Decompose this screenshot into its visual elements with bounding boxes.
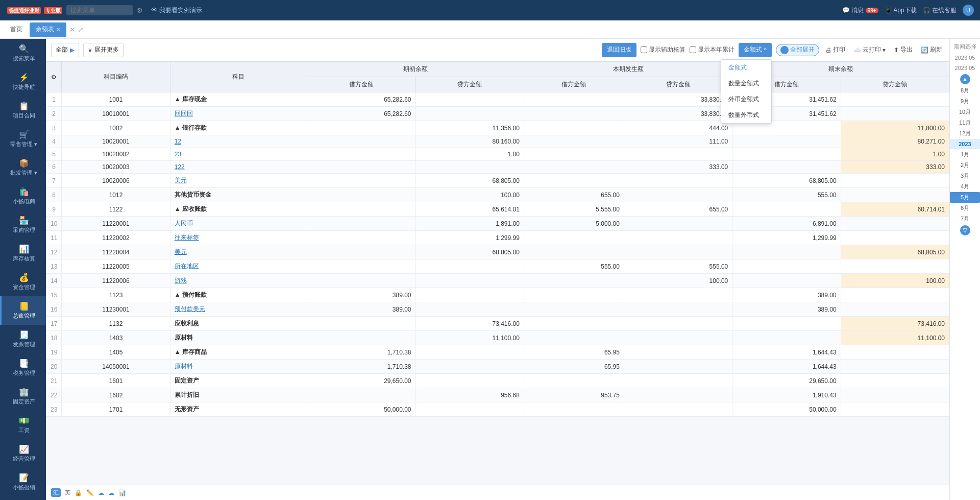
row-name[interactable]: 游戏 (170, 274, 307, 288)
month-7[interactable]: 7月 (950, 213, 980, 224)
mode-option-qty-amount[interactable]: 数量金额式 (721, 76, 771, 91)
mode-option-amount[interactable]: 金额式 (721, 60, 771, 76)
sidebar-item-reports[interactable]: 📝 小畅报销 (0, 468, 46, 496)
sidebar-item-project[interactable]: 📋 项目合同 (0, 96, 46, 125)
refresh-btn[interactable]: 🔄 刷新 (919, 45, 944, 54)
tab-close-btn[interactable]: ✕ (69, 26, 76, 34)
row-current-debit (524, 231, 624, 245)
sidebar-item-search[interactable]: 🔍 搜索菜单 (0, 39, 46, 67)
row-name[interactable]: 往来标签 (170, 231, 307, 245)
month-11[interactable]: 11月 (950, 117, 980, 128)
bottom-icon-cloud1[interactable]: ☁ (98, 489, 104, 496)
row-num: 21 (46, 374, 62, 388)
row-name[interactable]: 12 (170, 135, 307, 148)
row-name[interactable]: 人民币 (170, 217, 307, 231)
sidebar-item-retail[interactable]: 🛒 零售管理 ▾ (0, 125, 46, 153)
row-name[interactable]: 原材料 (170, 360, 307, 374)
sidebar-item-purchase[interactable]: 🏪 采购管理 (0, 210, 46, 239)
tab-maximize-btn[interactable]: ⤢ (78, 26, 84, 34)
month-8[interactable]: 8月 (950, 85, 980, 96)
cloud-print-btn[interactable]: ☁️ 云打印 ▾ (851, 45, 888, 54)
export-btn[interactable]: ⬆ 导出 (892, 45, 915, 54)
row-name[interactable]: 美元 (170, 245, 307, 259)
expand-all-toggle[interactable]: 全部展开 (776, 44, 819, 56)
gear-icon[interactable]: ⚙ (137, 7, 143, 14)
row-opening-credit (415, 259, 524, 274)
row-name[interactable]: 23 (170, 148, 307, 161)
month-1[interactable]: 1月 (950, 149, 980, 160)
top-search-input[interactable] (66, 5, 133, 15)
row-current-credit: 33,830.98 (624, 107, 732, 121)
show-year-check[interactable]: 显示本年累计 (690, 45, 734, 54)
demo-link[interactable]: 👁 我要看实例演示 (151, 6, 202, 15)
month-4[interactable]: 4月 (950, 181, 980, 192)
month-5[interactable]: 5月 (950, 192, 980, 203)
row-name[interactable]: 回回回 (170, 107, 307, 121)
bottom-icon-cloud2[interactable]: ☁ (108, 489, 114, 496)
service-btn[interactable]: 🎧 在线客服 (923, 6, 957, 15)
mode-option-qty-foreign[interactable]: 数量外币式 (721, 107, 771, 123)
bottom-icon-en[interactable]: 英 (65, 489, 70, 496)
expand-more-btn[interactable]: ∨ 展开更多 (83, 43, 124, 57)
tab-balance[interactable]: 余额表 ✕ (30, 22, 66, 37)
bottom-icon-hui[interactable]: 汇 (51, 488, 61, 497)
salary-icon: 💵 (4, 416, 44, 425)
row-opening-debit: 1,710.38 (307, 345, 415, 360)
table-settings-icon[interactable]: ⚙ (51, 74, 57, 81)
settings-col-header[interactable]: ⚙ (46, 62, 62, 92)
scroll-up-btn[interactable]: ▲ (960, 74, 970, 84)
row-name[interactable]: 所在地区 (170, 259, 307, 274)
month-2[interactable]: 2月 (950, 160, 980, 171)
sidebar-item-ledger[interactable]: 📒 总账管理 (0, 296, 46, 325)
row-closing-credit (841, 174, 949, 188)
sidebar-item-quicknav[interactable]: ⚡ 快捷导航 (0, 67, 46, 96)
sidebar-item-invoice[interactable]: 🧾 发票管理 (0, 325, 46, 353)
sidebar-item-capital[interactable]: 💰 资金管理 (0, 268, 46, 296)
month-12[interactable]: 12月 (950, 128, 980, 139)
bottom-icon-lock[interactable]: 🔒 (75, 489, 82, 496)
row-current-debit (524, 374, 624, 388)
sidebar-item-basic[interactable]: ℹ️ 基础信息 (0, 496, 46, 500)
user-info[interactable]: U (963, 5, 974, 16)
print-btn[interactable]: 🖨 打印 (823, 45, 847, 54)
row-opening-credit: 100.00 (415, 188, 524, 202)
tab-close-icon[interactable]: ✕ (56, 27, 60, 32)
assist-checkbox[interactable] (641, 46, 647, 53)
row-code: 10020003 (62, 161, 170, 174)
sidebar-item-assets[interactable]: 🏢 固定资产 (0, 382, 46, 411)
year-checkbox[interactable] (690, 46, 696, 53)
mode-btn[interactable]: 金额式 ^ (739, 43, 772, 57)
row-name: ▲ 银行存款 (170, 121, 307, 135)
row-closing-credit (841, 231, 949, 245)
row-current-debit (524, 288, 624, 302)
message-btn[interactable]: 💬 消息 99+ (842, 6, 878, 15)
row-current-credit (624, 245, 732, 259)
all-filter[interactable]: 全部 ▶ (51, 43, 79, 57)
app-logo: 畅捷通好业财 专业版 (6, 6, 62, 14)
row-name: 应收利息 (170, 317, 307, 331)
month-9[interactable]: 9月 (950, 96, 980, 107)
month-6[interactable]: 6月 (950, 203, 980, 213)
sidebar-item-operations[interactable]: 📈 经营管理 (0, 439, 46, 468)
show-assist-check[interactable]: 显示辅助核算 (641, 45, 685, 54)
row-name[interactable]: 122 (170, 161, 307, 174)
back-btn[interactable]: 退回旧版 (602, 43, 636, 57)
sidebar-item-inventory[interactable]: 📊 库存核算 (0, 239, 46, 268)
row-closing-credit (841, 217, 949, 231)
sidebar-item-ecommerce[interactable]: 🛍️ 小畅电商 (0, 182, 46, 210)
bottom-icon-chart[interactable]: 📊 (118, 489, 126, 496)
scroll-down-btn[interactable]: ▽ (960, 225, 970, 235)
tab-balance-label: 余额表 (36, 25, 54, 34)
sidebar-item-tax[interactable]: 📑 税务管理 (0, 353, 46, 382)
mode-option-foreign[interactable]: 外币金额式 (721, 91, 771, 107)
sidebar-item-wholesale[interactable]: 📦 批发管理 ▾ (0, 153, 46, 182)
row-name[interactable]: 美元 (170, 174, 307, 188)
bottom-icon-edit[interactable]: ✏️ (86, 489, 94, 496)
tab-home[interactable]: 首页 (4, 22, 29, 37)
row-num: 8 (46, 188, 62, 202)
month-10[interactable]: 10月 (950, 107, 980, 117)
download-btn[interactable]: 📱 App下载 (885, 6, 917, 15)
row-name[interactable]: 预付款美元 (170, 302, 307, 317)
month-3[interactable]: 3月 (950, 171, 980, 181)
sidebar-item-salary[interactable]: 💵 工资 (0, 411, 46, 439)
